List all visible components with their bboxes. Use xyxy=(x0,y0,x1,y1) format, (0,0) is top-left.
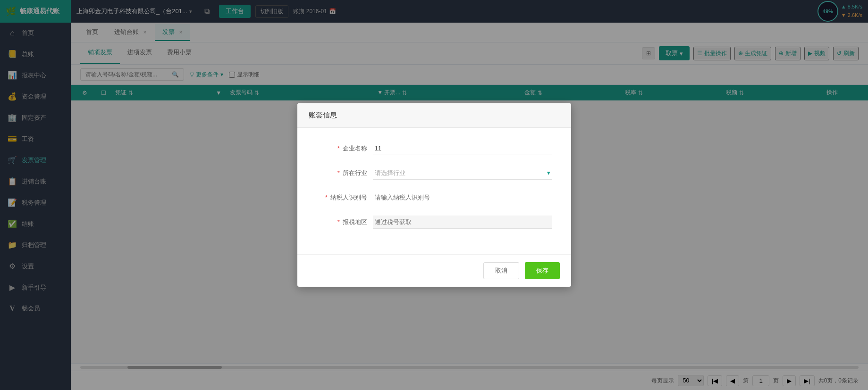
company-name-input[interactable] xyxy=(373,142,552,155)
industry-select-wrapper[interactable]: 请选择行业 ▾ xyxy=(373,166,552,180)
form-row-tax-region: * 报税地区 xyxy=(316,216,552,229)
industry-label: * 所在行业 xyxy=(316,169,373,177)
save-button[interactable]: 保存 xyxy=(525,262,560,279)
tax-region-input xyxy=(373,216,552,229)
form-row-industry: * 所在行业 请选择行业 ▾ xyxy=(316,166,552,180)
modal-body: * 企业名称 * 所在行业 请选择行业 ▾ xyxy=(297,128,571,254)
required-star: * xyxy=(337,145,340,152)
modal-title: 账套信息 xyxy=(297,103,571,128)
required-star-3: * xyxy=(325,194,328,201)
modal-overlay: 账套信息 * 企业名称 * 所在行业 请选择行业 xyxy=(0,0,868,390)
required-star-2: * xyxy=(337,169,340,176)
form-row-company-name: * 企业名称 xyxy=(316,142,552,155)
tax-region-label: * 报税地区 xyxy=(316,218,373,226)
tax-id-input[interactable] xyxy=(373,191,552,204)
industry-select[interactable]: 请选择行业 xyxy=(373,166,552,179)
form-row-tax-id: * 纳税人识别号 xyxy=(316,191,552,204)
tax-id-label: * 纳税人识别号 xyxy=(316,193,373,202)
company-name-label: * 企业名称 xyxy=(316,144,373,153)
required-star-4: * xyxy=(337,218,340,225)
modal-footer: 取消 保存 xyxy=(297,254,571,287)
cancel-button[interactable]: 取消 xyxy=(483,262,519,279)
account-info-modal: 账套信息 * 企业名称 * 所在行业 请选择行业 xyxy=(297,103,571,287)
